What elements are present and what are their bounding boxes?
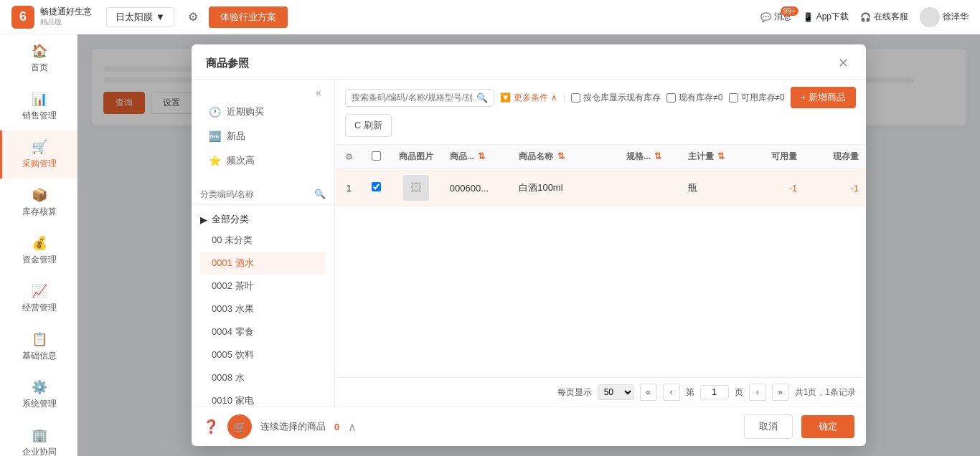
col-code-header[interactable]: 商品... ⇅ <box>443 145 512 169</box>
cart-icon[interactable]: 🛒 <box>227 414 252 439</box>
available-checkbox[interactable] <box>729 93 738 103</box>
code-sort-icon: ⇅ <box>478 151 485 161</box>
cat-item-fruit[interactable]: 0003 水果 <box>200 298 326 320</box>
sidebar-item-purchase[interactable]: 🛒 采购管理 <box>0 130 77 179</box>
warehouse-checkbox[interactable] <box>571 93 580 103</box>
sidebar-item-home[interactable]: 🏠 首页 <box>0 34 77 82</box>
user-item[interactable]: 徐泽华 <box>920 7 969 27</box>
sidebar-item-operation[interactable]: 📈 经营管理 <box>0 275 77 323</box>
col-avail-header: 可用量 <box>735 145 804 169</box>
sidebar-item-enterprise[interactable]: 🏢 企业协同 <box>0 419 77 456</box>
cancel-button[interactable]: 取消 <box>744 414 793 439</box>
nav-selector[interactable]: 日太阳膜 ▼ <box>106 7 174 27</box>
selected-label: 连续选择的商品 <box>260 420 326 433</box>
check-warehouse[interactable]: 按仓库显示现有库存 <box>571 92 661 104</box>
gear-icon[interactable]: ⚙ <box>183 7 203 27</box>
nav-right: 💬 消息 99+ 📱 App下载 🎧 在线客服 徐泽华 <box>760 7 969 27</box>
filter-icon: 🔽 <box>500 92 511 103</box>
confirm-button[interactable]: 确定 <box>801 415 854 438</box>
pagination: 每页显示 10 20 50 100 « ‹ 第 页 <box>335 377 866 407</box>
sidebar-label-finance: 资金管理 <box>22 254 57 266</box>
table-row[interactable]: 1 🖼 <box>335 169 866 207</box>
cat-item-snack[interactable]: 0004 零食 <box>200 320 326 343</box>
more-filters-label: 更多条件 <box>514 92 548 104</box>
chevron-up-icon: ∧ <box>551 92 557 103</box>
available-label: 可用库存≠0 <box>741 92 785 104</box>
product-search-input[interactable] <box>352 92 473 103</box>
sidebar-label-home: 首页 <box>31 62 48 74</box>
add-product-button[interactable]: + 新增商品 <box>791 87 856 108</box>
service-label: 在线客服 <box>874 11 908 23</box>
product-search-box: 🔍 <box>345 89 494 107</box>
filter-separator: | <box>563 92 565 103</box>
sidebar-item-sales[interactable]: 📊 销售管理 <box>0 82 77 130</box>
freq-label: 频次高 <box>227 154 255 167</box>
trial-button[interactable]: 体验行业方案 <box>209 6 288 28</box>
collapse-footer-icon[interactable]: ∧ <box>348 420 357 434</box>
cat-item-water[interactable]: 0008 水 <box>200 366 326 389</box>
avatar <box>920 7 940 27</box>
last-page-button[interactable]: » <box>772 384 789 401</box>
next-page-button[interactable]: › <box>749 384 766 401</box>
refresh-button[interactable]: C 刷新 <box>345 114 392 137</box>
all-category-item[interactable]: ▶ 全部分类 <box>200 210 326 229</box>
category-search-icon[interactable]: 🔍 <box>314 189 326 199</box>
product-table-wrap: ⚙ 商品图片 商品... ⇅ <box>335 145 866 377</box>
enterprise-icon: 🏢 <box>32 427 47 443</box>
cat-item-uncategorized[interactable]: 00 未分类 <box>200 229 326 252</box>
recent-label: 近期购买 <box>227 105 264 118</box>
quick-item-freq[interactable]: ⭐ 频次高 <box>200 148 326 173</box>
product-search-icon[interactable]: 🔍 <box>476 92 488 103</box>
col-name-header[interactable]: 商品名称 ⇅ <box>512 145 619 169</box>
cat-item-appliance[interactable]: 0010 家电 <box>200 389 326 407</box>
service-item[interactable]: 🎧 在线客服 <box>860 11 908 23</box>
existing-checkbox[interactable] <box>666 93 676 103</box>
check-available[interactable]: 可用库存≠0 <box>729 92 785 104</box>
select-all-checkbox[interactable] <box>372 151 381 161</box>
logo-area: 6 畅捷通好生意 精品版 <box>11 6 92 29</box>
row-checkbox[interactable] <box>372 182 381 191</box>
row-image-cell: 🖼 <box>390 169 443 207</box>
row-num: 1 <box>335 169 363 207</box>
col-spec-header[interactable]: 规格... ⇅ <box>619 145 681 169</box>
sidebar-item-basic[interactable]: 📋 基础信息 <box>0 323 77 371</box>
app-download-item[interactable]: 📱 App下载 <box>803 11 849 23</box>
app-icon: 📱 <box>803 12 814 22</box>
cat-item-drink[interactable]: 0005 饮料 <box>200 343 326 366</box>
name-sort-icon: ⇅ <box>557 151 565 161</box>
more-filters-button[interactable]: 🔽 更多条件 ∧ <box>500 92 557 104</box>
prev-page-button[interactable]: ‹ <box>663 384 680 401</box>
col-spec-label: 规格... <box>626 151 651 161</box>
sidebar-label-sales: 销售管理 <box>22 110 57 122</box>
sidebar-item-finance[interactable]: 💰 资金管理 <box>0 227 77 275</box>
page-number-input[interactable] <box>700 385 729 399</box>
col-settings[interactable]: ⚙ <box>335 145 363 169</box>
sidebar-item-inventory[interactable]: 📦 库存核算 <box>0 179 77 227</box>
basic-icon: 📋 <box>32 331 47 347</box>
category-search-input[interactable] <box>200 189 310 199</box>
collapse-button[interactable]: « <box>311 85 326 100</box>
spec-sort-icon: ⇅ <box>654 151 661 161</box>
quick-item-recent[interactable]: 🕐 近期购买 <box>200 100 326 124</box>
operation-icon: 📈 <box>32 283 47 299</box>
cat-item-liquor[interactable]: 0001 酒水 <box>200 252 326 275</box>
page-size-select[interactable]: 10 20 50 100 <box>598 384 634 400</box>
modal-close-button[interactable]: ✕ <box>834 54 852 72</box>
cat-item-tea[interactable]: 0002 茶叶 <box>200 275 326 298</box>
product-table: ⚙ 商品图片 商品... ⇅ <box>335 145 866 207</box>
col-image-header: 商品图片 <box>390 145 443 169</box>
product-image: 🖼 <box>403 175 429 201</box>
col-unit-header[interactable]: 主计量 ⇅ <box>681 145 735 169</box>
check-existing[interactable]: 现有库存≠0 <box>666 92 722 104</box>
quick-item-new[interactable]: 🆕 新品 <box>200 124 326 148</box>
selector-label: 日太阳膜 <box>116 11 153 24</box>
page-suffix: 页 <box>735 386 743 399</box>
message-item[interactable]: 💬 消息 99+ <box>760 11 791 23</box>
first-page-button[interactable]: « <box>640 384 657 401</box>
left-panel-top: « 🕐 近期购买 🆕 新品 ⭐ <box>192 85 334 179</box>
sidebar-label-purchase: 采购管理 <box>22 158 57 170</box>
help-icon[interactable]: ❓ <box>203 419 219 434</box>
sales-icon: 📊 <box>32 91 47 107</box>
sidebar-item-system[interactable]: ⚙️ 系统管理 <box>0 371 77 419</box>
row-avail: -1 <box>735 169 804 207</box>
